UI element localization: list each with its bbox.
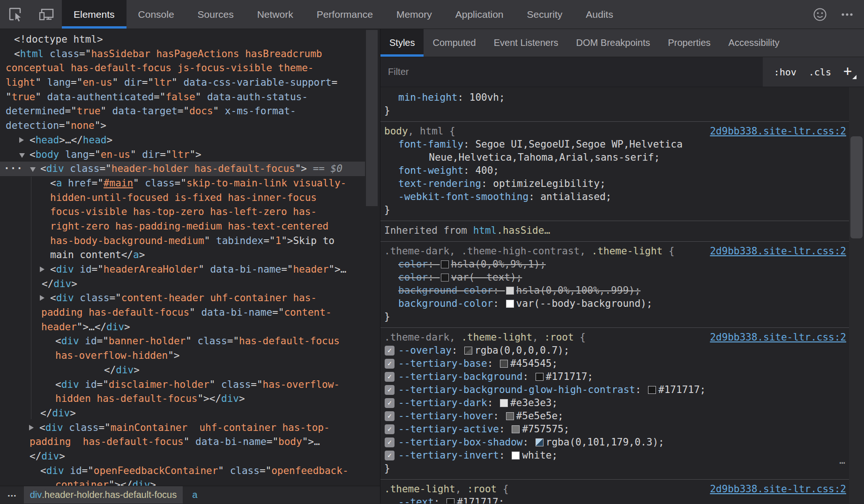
- css-declaration[interactable]: ✓--tertiary-active: #757575;: [380, 422, 847, 436]
- declaration-checkbox[interactable]: ✓: [385, 398, 395, 408]
- breadcrumb-overflow-button[interactable]: ...: [0, 488, 24, 502]
- color-swatch[interactable]: [648, 386, 656, 394]
- pseudo-state-button[interactable]: :hov: [770, 65, 800, 80]
- tab-elements[interactable]: Elements: [62, 0, 127, 29]
- tab-performance[interactable]: Performance: [305, 0, 385, 29]
- color-swatch[interactable]: [506, 287, 514, 295]
- color-swatch[interactable]: [464, 347, 472, 355]
- color-swatch[interactable]: [536, 438, 544, 446]
- disclosure-triangle[interactable]: [30, 167, 36, 172]
- inherited-node-classes[interactable]: .hasSide…: [497, 225, 550, 236]
- tab-application[interactable]: Application: [444, 0, 515, 29]
- dom-tree-line[interactable]: right-zero has-padding-medium has-text-c…: [0, 219, 365, 234]
- feedback-button[interactable]: [812, 6, 828, 23]
- css-declaration[interactable]: ✓--tertiary-hover: #5e5e5e;: [380, 409, 847, 422]
- more-options-button[interactable]: [839, 6, 856, 23]
- rule-overflow-dots[interactable]: ⋯: [839, 456, 846, 469]
- disclosure-triangle[interactable]: [29, 425, 34, 430]
- color-swatch[interactable]: [512, 452, 520, 460]
- css-declaration[interactable]: color: hsla(0,0%,9%,1);: [380, 258, 847, 271]
- dom-tree-line[interactable]: light" lang="en-us" dir="ltr" data-css-v…: [0, 75, 365, 90]
- color-swatch[interactable]: [447, 498, 454, 504]
- elements-scrollbar-thumb[interactable]: [366, 30, 378, 206]
- dom-tree-line[interactable]: <div class="mainContainer uhf-container …: [0, 421, 365, 435]
- dom-tree-line[interactable]: </div>: [0, 363, 365, 378]
- declaration-checkbox[interactable]: ✓: [385, 346, 395, 356]
- styles-tab-dom-breakpoints[interactable]: DOM Breakpoints: [567, 29, 659, 57]
- dom-tree-line[interactable]: padding has-default-focus" data-bi-name=…: [0, 435, 365, 449]
- dom-tree-line[interactable]: <head>…</head>: [0, 133, 365, 148]
- styles-tab-accessibility[interactable]: Accessibility: [720, 29, 789, 57]
- declaration-checkbox[interactable]: ✓: [385, 437, 395, 447]
- css-declaration[interactable]: --text: #171717;: [380, 496, 847, 504]
- dom-tree-line[interactable]: <div id="openFeedbackContainer" class="o…: [0, 464, 365, 478]
- styles-tab-properties[interactable]: Properties: [659, 29, 719, 57]
- dom-tree-line[interactable]: has-body-background-medium" tabindex="1"…: [0, 234, 365, 248]
- color-swatch[interactable]: [536, 373, 544, 381]
- color-swatch[interactable]: [441, 260, 449, 268]
- element-classes-button[interactable]: .cls: [805, 65, 835, 80]
- color-swatch[interactable]: [500, 360, 508, 368]
- dom-tree-line[interactable]: <a href="#main" class="skip-to-main-link…: [0, 176, 365, 191]
- dom-tree-line[interactable]: header">…</div>: [0, 320, 365, 334]
- dom-tree-line[interactable]: </div>: [0, 277, 365, 291]
- css-declaration[interactable]: ✓--tertiary-dark: #e3e3e3;: [380, 396, 847, 409]
- css-declaration[interactable]: ✓--tertiary-box-shadow: rgba(0,101,179,0…: [380, 436, 847, 449]
- dom-tree-line[interactable]: </div>: [0, 406, 365, 421]
- dom-tree-line[interactable]: <!doctype html>: [0, 32, 365, 47]
- disclosure-triangle[interactable]: [19, 137, 24, 143]
- dom-tree-line[interactable]: <body lang="en-us" dir="ltr">: [0, 148, 365, 162]
- dom-tree-line[interactable]: main content</a>: [0, 248, 365, 262]
- declaration-checkbox[interactable]: ✓: [385, 359, 395, 369]
- color-swatch[interactable]: [500, 399, 508, 407]
- tab-sources[interactable]: Sources: [186, 0, 246, 29]
- color-swatch[interactable]: [506, 300, 514, 308]
- css-declaration[interactable]: text-rendering: optimizeLegibility;: [380, 177, 847, 190]
- disclosure-triangle[interactable]: [40, 295, 45, 301]
- dom-tree-line[interactable]: <div id="banner-holder" class="has-defau…: [0, 334, 365, 348]
- dom-tree-line[interactable]: determined="true" data-target="docs" x-m…: [0, 104, 365, 119]
- dom-tree-line[interactable]: detection="none">: [0, 119, 365, 133]
- dom-tree-line[interactable]: focus-visible has-top-zero has-left-zero…: [0, 205, 365, 219]
- css-declaration[interactable]: min-height: 100vh;: [380, 91, 847, 104]
- dom-tree-line[interactable]: <html class="hasSidebar hasPageActions h…: [0, 47, 365, 61]
- css-declaration[interactable]: ✓--tertiary-invert: white;: [380, 449, 847, 462]
- css-declaration[interactable]: color: var(--text);: [380, 271, 847, 284]
- styles-tab-computed[interactable]: Computed: [424, 29, 484, 57]
- css-declaration[interactable]: font-family: Segoe UI,SegoeUI,Segoe WP,H…: [380, 138, 847, 164]
- tab-security[interactable]: Security: [515, 0, 574, 29]
- dom-tree-line[interactable]: has-overflow-hidden">: [0, 348, 365, 363]
- css-declaration[interactable]: ✓--tertiary-base: #454545;: [380, 357, 847, 370]
- dom-tree-line[interactable]: </div>: [0, 449, 365, 464]
- declaration-checkbox[interactable]: ✓: [385, 411, 395, 421]
- css-declaration[interactable]: background-color: var(--body-background)…: [380, 297, 847, 310]
- dom-tree-line[interactable]: hidden has-default-focus"></div>: [0, 392, 365, 406]
- declaration-checkbox[interactable]: ✓: [385, 424, 395, 434]
- device-toolbar-button[interactable]: [38, 6, 55, 23]
- css-declaration[interactable]: ✓--tertiary-background-glow-high-contras…: [380, 383, 847, 396]
- styles-scrollbar-thumb[interactable]: [850, 136, 863, 238]
- dom-tree-line[interactable]: <div id="headerAreaHolder" data-bi-name=…: [0, 262, 365, 277]
- breadcrumb-item-a[interactable]: a: [192, 489, 197, 500]
- stylesheet-link[interactable]: 2d9bb338.site-ltr.css:2: [710, 331, 846, 344]
- inherited-node-link[interactable]: html: [473, 225, 497, 236]
- css-declaration[interactable]: ✓--overlay: rgba(0,0,0,0.7);: [380, 344, 847, 357]
- dom-tree-line[interactable]: hidden-until-focused is-fixed has-inner-…: [0, 191, 365, 205]
- css-declaration[interactable]: background-color: hsla(0,0%,100%,.999);: [380, 284, 847, 297]
- dom-tree-line[interactable]: <div id="disclaimer-holder" class="has-o…: [0, 378, 365, 392]
- declaration-checkbox[interactable]: ✓: [385, 372, 395, 382]
- styles-filter-input[interactable]: [380, 57, 763, 87]
- styles-tab-event-listeners[interactable]: Event Listeners: [485, 29, 567, 57]
- color-swatch[interactable]: [506, 412, 514, 420]
- dom-tree-line[interactable]: ...<div class="header-holder has-default…: [0, 162, 365, 176]
- tab-memory[interactable]: Memory: [385, 0, 444, 29]
- styles-tab-styles[interactable]: Styles: [380, 29, 424, 57]
- breadcrumb-item-div[interactable]: div.header-holder.has-default-focus: [24, 486, 183, 504]
- color-swatch[interactable]: [512, 425, 520, 433]
- css-declaration[interactable]: -webkit-font-smoothing: antialiased;: [380, 190, 847, 203]
- css-declaration[interactable]: ✓--tertiary-background: #171717;: [380, 370, 847, 383]
- dom-tree-line[interactable]: container"></div>: [0, 478, 365, 486]
- styles-scrollbar-track[interactable]: [849, 87, 864, 504]
- disclosure-triangle[interactable]: [19, 153, 25, 158]
- stylesheet-link[interactable]: 2d9bb338.site-ltr.css:2: [710, 245, 846, 258]
